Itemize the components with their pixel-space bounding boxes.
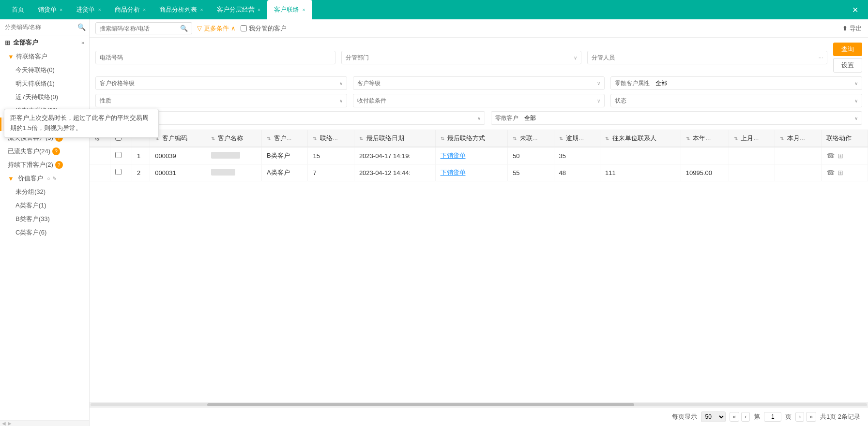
td-contact-2: 7 bbox=[308, 164, 354, 181]
filter-search-input[interactable] bbox=[100, 25, 180, 32]
sidebar-item-today[interactable]: 今天待联络(0) bbox=[3, 63, 89, 77]
last-page-button[interactable]: » bbox=[806, 412, 816, 422]
next-page-button[interactable]: › bbox=[795, 412, 804, 422]
row1-checkbox[interactable] bbox=[115, 152, 122, 158]
filter-division-person[interactable]: 分管人员 ··· bbox=[587, 51, 827, 64]
filter-customer-type[interactable]: 客户类型 ∨ bbox=[114, 111, 486, 125]
more-icon-1[interactable]: ⊞ bbox=[838, 152, 843, 160]
th-unit-contact[interactable]: ⇅ 往来单位联系人 bbox=[600, 130, 681, 147]
td-checkbox-2[interactable] bbox=[110, 164, 132, 181]
sidebar-item-continuous-down[interactable]: 持续下滑客户(2) ? bbox=[0, 158, 89, 172]
close-analysis-icon[interactable]: × bbox=[143, 7, 146, 13]
sidebar-item-already-lost[interactable]: 已流失客户(24) ? bbox=[0, 145, 89, 158]
more-icon-2[interactable]: ⊞ bbox=[838, 169, 843, 176]
th-this-month[interactable]: ⇅ 本月... bbox=[775, 130, 821, 147]
prev-page-button[interactable]: ‹ bbox=[741, 412, 750, 422]
filter-retail-customer[interactable]: 零散客户 全部 ∨ bbox=[491, 111, 862, 125]
th-overdue[interactable]: ⇅ 逾期... bbox=[554, 130, 600, 147]
sidebar-search-icon[interactable]: 🔍 bbox=[77, 23, 86, 31]
category-sort-icon: ⇅ bbox=[267, 136, 271, 141]
sidebar-item-7days[interactable]: 近7天待联络(0) bbox=[3, 90, 89, 104]
close-customer-contact-icon[interactable]: × bbox=[302, 7, 305, 13]
td-last-contact-method-2[interactable]: 下销货单 bbox=[435, 164, 508, 181]
value-settings-icon[interactable]: ✎ bbox=[52, 176, 57, 182]
already-lost-badge: ? bbox=[52, 147, 60, 155]
nav-purchase[interactable]: 进货单 × bbox=[69, 0, 107, 19]
sidebar-item-a-class[interactable]: A类客户(1) bbox=[3, 199, 89, 212]
nav-home[interactable]: 首页 bbox=[5, 0, 31, 19]
td-gear-2 bbox=[90, 164, 110, 181]
setting-button[interactable]: 设置 bbox=[833, 58, 862, 73]
th-this-year[interactable]: ⇅ 本年... bbox=[681, 130, 729, 147]
last-month-sort-icon: ⇅ bbox=[734, 136, 738, 141]
close-sales-icon[interactable]: × bbox=[60, 7, 62, 13]
contact-method-link-2[interactable]: 下销货单 bbox=[441, 169, 466, 176]
scrollbar-thumb[interactable] bbox=[207, 403, 634, 406]
pagination-bar: 每页显示 50 100 200 « ‹ 第 页 › » 共1页 2条记录 bbox=[90, 407, 868, 426]
filter-search-icon[interactable]: 🔍 bbox=[180, 25, 188, 32]
action-icons-1: ☎ ⊞ bbox=[826, 152, 863, 160]
td-checkbox-1[interactable] bbox=[110, 147, 132, 164]
page-input[interactable] bbox=[764, 412, 781, 422]
th-last-contact-method[interactable]: ⇅ 最后联络方式 bbox=[435, 130, 508, 147]
page-size-select[interactable]: 50 100 200 bbox=[701, 411, 726, 422]
nav-customer-contact[interactable]: 客户联络 × bbox=[267, 0, 312, 19]
td-last-contact-method-1[interactable]: 下销货单 bbox=[435, 147, 508, 164]
nav-sales[interactable]: 销货单 × bbox=[31, 0, 69, 19]
division-person-dots-icon[interactable]: ··· bbox=[819, 55, 823, 60]
sidebar-scroll-left-icon[interactable]: ◀ bbox=[2, 421, 6, 426]
sidebar-item-c-class[interactable]: C类客户(6) bbox=[3, 226, 89, 239]
first-page-button[interactable]: « bbox=[730, 412, 740, 422]
sidebar-collapse-icon[interactable]: » bbox=[81, 40, 84, 45]
sidebar-item-b-class[interactable]: B类客户(33) bbox=[3, 212, 89, 226]
contact-icon-2[interactable]: ☎ bbox=[826, 169, 835, 176]
th-category[interactable]: ⇅ 客户... bbox=[262, 130, 308, 147]
td-unit-contact-1 bbox=[600, 147, 681, 164]
nav-analysis[interactable]: 商品分析 × bbox=[108, 0, 152, 19]
this-month-sort-icon: ⇅ bbox=[780, 136, 784, 141]
td-last-contact-date-1: 2023-04-17 14:19: bbox=[354, 147, 435, 164]
td-category-1: B类客户 bbox=[262, 147, 308, 164]
filter-division-dept[interactable]: 分管部门 ∨ bbox=[341, 51, 581, 64]
sidebar-scroll-right-icon[interactable]: ▶ bbox=[8, 421, 12, 426]
filter-status[interactable]: 状态 ∨ bbox=[610, 94, 862, 107]
query-button[interactable]: 查询 bbox=[833, 43, 862, 56]
export-button[interactable]: ⬆ 导出 bbox=[842, 24, 862, 33]
filter-retail-attr[interactable]: 零散客户属性 全部 ∨ bbox=[610, 76, 862, 90]
nav-customer-tier[interactable]: 客户分层经营 × bbox=[210, 0, 267, 19]
th-last-contact-date[interactable]: ⇅ 最后联络日期 bbox=[354, 130, 435, 147]
close-analysis-list-icon[interactable]: × bbox=[200, 7, 203, 13]
pending-contact-title[interactable]: ▼ 待联络客户 bbox=[3, 50, 89, 63]
horizontal-scrollbar[interactable] bbox=[90, 402, 868, 407]
contact-icon-1[interactable]: ☎ bbox=[826, 152, 835, 160]
this-year-sort-icon: ⇅ bbox=[686, 136, 690, 141]
filter-nature[interactable]: 性质 ∨ bbox=[95, 94, 347, 107]
contact-method-link-1[interactable]: 下销货单 bbox=[441, 152, 466, 159]
my-customers-checkbox[interactable] bbox=[241, 25, 247, 31]
close-customer-tier-icon[interactable]: × bbox=[258, 7, 260, 13]
td-action-2: ☎ ⊞ bbox=[821, 164, 868, 181]
th-last-month[interactable]: ⇅ 上月... bbox=[729, 130, 775, 147]
row2-checkbox[interactable] bbox=[115, 169, 122, 175]
close-purchase-icon[interactable]: × bbox=[98, 7, 101, 13]
th-action: 联络动作 bbox=[821, 130, 868, 147]
table-container: ⚙ ⇅ 客户编码 ⇅ 客户名称 bbox=[90, 130, 868, 402]
filter-payment[interactable]: 收付款条件 ∨ bbox=[353, 94, 605, 107]
filter-price-tier[interactable]: 客户价格等级 ∨ bbox=[95, 76, 347, 90]
sidebar-item-unclassified[interactable]: 未分组(32) bbox=[3, 185, 89, 199]
sidebar-search-input[interactable] bbox=[5, 24, 77, 30]
value-customers-title[interactable]: ▼ 价值客户 ○ ✎ bbox=[3, 172, 89, 185]
filter-more-button[interactable]: ▽ 更多条件 ∧ bbox=[197, 24, 236, 33]
td-category-2: A类客户 bbox=[262, 164, 308, 181]
th-name[interactable]: ⇅ 客户名称 bbox=[206, 130, 261, 147]
value-edit-icon[interactable]: ○ bbox=[47, 176, 50, 181]
nav-analysis-list[interactable]: 商品分析列表 × bbox=[152, 0, 210, 19]
th-no-contact[interactable]: ⇅ 未联... bbox=[508, 130, 554, 147]
filter-customer-tier[interactable]: 客户等级 ∨ bbox=[353, 76, 605, 90]
window-close-button[interactable]: ✕ bbox=[847, 5, 863, 15]
sidebar-item-tomorrow[interactable]: 明天待联络(1) bbox=[3, 77, 89, 90]
sidebar-all-customers[interactable]: ⊞ 全部客户 » bbox=[0, 35, 89, 50]
th-contact[interactable]: ⇅ 联络... bbox=[308, 130, 354, 147]
filter-phone[interactable]: 电话号码 bbox=[95, 51, 335, 64]
td-name-1 bbox=[206, 147, 261, 164]
